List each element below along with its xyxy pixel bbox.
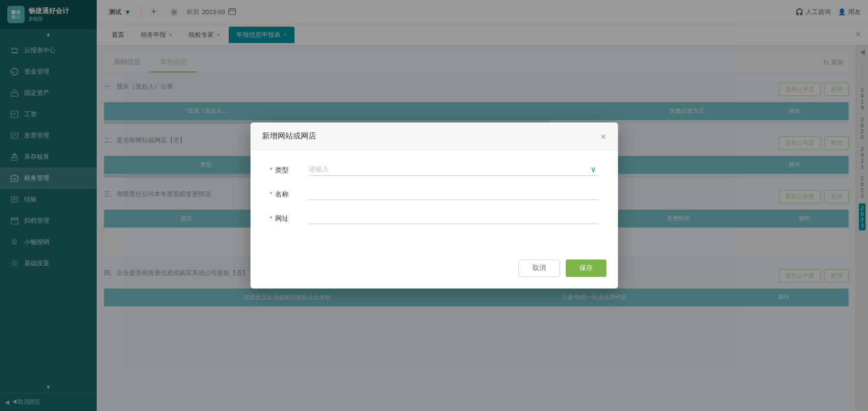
name-input-wrap bbox=[309, 189, 599, 200]
dialog-body: * 类型 ∨ * 名称 * bbox=[250, 151, 618, 252]
name-input[interactable] bbox=[309, 189, 599, 197]
add-website-dialog: 新增网站或网店 × * 类型 ∨ * 名称 bbox=[250, 122, 618, 289]
dialog-footer: 取消 保存 bbox=[250, 252, 618, 289]
url-label: * 网址 bbox=[270, 214, 309, 223]
dialog-header: 新增网站或网店 × bbox=[250, 122, 618, 151]
type-input-wrap: ∨ bbox=[309, 165, 599, 176]
form-row-name: * 名称 bbox=[270, 189, 599, 200]
dialog-close-btn[interactable]: × bbox=[601, 132, 606, 141]
form-row-url: * 网址 bbox=[270, 213, 599, 224]
cancel-button[interactable]: 取消 bbox=[518, 259, 560, 277]
url-input[interactable] bbox=[309, 213, 599, 221]
url-input-wrap bbox=[309, 213, 599, 224]
name-required-star: * bbox=[270, 190, 272, 198]
type-label: * 类型 bbox=[270, 166, 309, 175]
dialog-title: 新增网站或网店 bbox=[262, 131, 316, 141]
type-input[interactable] bbox=[309, 165, 599, 173]
name-label: * 名称 bbox=[270, 190, 309, 199]
form-row-type: * 类型 ∨ bbox=[270, 165, 599, 176]
save-button[interactable]: 保存 bbox=[566, 259, 606, 277]
dialog-overlay: 新增网站或网店 × * 类型 ∨ * 名称 bbox=[0, 0, 868, 411]
url-required-star: * bbox=[270, 214, 272, 222]
type-required-star: * bbox=[270, 166, 272, 174]
type-dropdown-arrow-icon[interactable]: ∨ bbox=[590, 165, 596, 174]
